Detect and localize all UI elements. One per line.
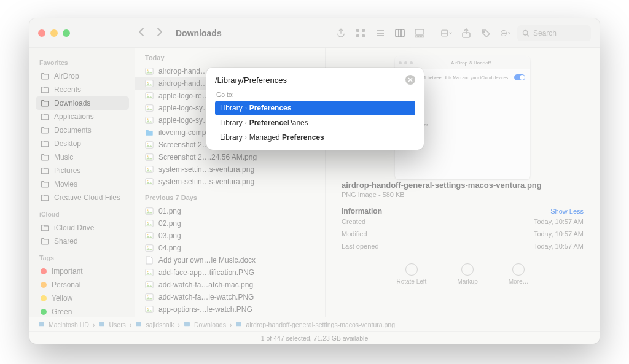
file-icon [145,116,154,125]
go-to-input[interactable] [215,76,399,85]
airdrop-icon[interactable] [335,28,346,39]
sidebar-tag[interactable]: Yellow [36,292,129,305]
info-row: Last openedToday, 10:57 AM [342,240,584,252]
file-icon [145,305,154,314]
file-icon [145,244,154,252]
goto-suggestion[interactable]: Library›Managed Preferences [215,130,415,145]
file-row[interactable]: add-watch-fa…le-watch.PNG [135,291,325,303]
close-window[interactable] [38,29,45,37]
chevron-right-icon: › [130,321,132,328]
sidebar-heading-icloud: iCloud [39,211,125,218]
preview-filename: airdrop-handoff-general-settings-macos-v… [342,180,584,190]
sidebar-item[interactable]: iCloud Drive [36,221,129,234]
tag-dot-icon [41,282,47,288]
svg-point-33 [147,118,148,120]
file-icon [145,104,154,112]
file-row[interactable]: system-settin…s-ventura.png [135,163,325,176]
rotate-left-button[interactable]: Rotate Left [396,263,426,285]
sidebar-item[interactable]: Applications [36,110,129,123]
file-row[interactable]: 02.png [135,217,325,230]
path-segment[interactable]: sajidshaik [146,321,174,328]
svg-point-22 [523,30,528,35]
svg-point-17 [483,31,485,33]
view-gallery[interactable] [414,28,425,39]
file-row[interactable]: Add your own…le Music.docx [135,254,325,266]
file-row[interactable]: 03.png [135,230,325,242]
file-icon [145,91,154,100]
sidebar-item[interactable]: Downloads [36,96,129,110]
sidebar-item[interactable]: Movies [36,177,129,191]
sidebar-item-label: Documents [54,126,92,134]
sidebar-item-label: iCloud Drive [54,223,94,232]
folder-icon [41,237,49,246]
zoom-window[interactable] [63,29,70,37]
file-row[interactable]: system-settin…s-ventura.png [135,176,325,188]
sidebar-item[interactable]: Documents [36,123,129,137]
svg-point-53 [147,271,148,272]
file-row[interactable]: 01.png [135,205,325,217]
file-name: add-watch-fa…atch-mac.png [158,281,253,289]
show-less-button[interactable]: Show Less [550,207,584,215]
file-row[interactable]: app-options-…le-watch.PNG [135,303,325,316]
view-columns[interactable] [394,28,405,39]
info-label: Modified [342,230,367,238]
file-name: add-face-app…tification.PNG [158,268,254,277]
sidebar-item-label: Applications [54,112,94,121]
file-icon [145,268,154,277]
clear-input-button[interactable] [405,75,415,85]
svg-point-27 [147,82,148,83]
tags-button[interactable] [480,28,491,39]
sidebar-item[interactable]: Pictures [36,164,129,177]
svg-point-45 [147,222,148,223]
view-list[interactable] [375,28,386,39]
svg-point-59 [147,308,148,309]
file-row[interactable]: add-watch-fa…atch-mac.png [135,279,325,291]
sidebar-item[interactable]: Recents [36,83,129,96]
file-name: add-watch-fa…le-watch.PNG [158,293,254,301]
share-button[interactable] [461,28,472,39]
sidebar-item[interactable]: Music [36,150,129,164]
goto-suggestion[interactable]: Library›Preferences [215,101,415,115]
sidebar-item[interactable]: AirDrop [36,69,129,83]
path-segment[interactable]: Downloads [194,321,226,328]
svg-point-57 [147,295,148,296]
sidebar-item-label: Creative Cloud Files [54,193,120,202]
forward-button[interactable] [156,27,163,39]
file-row[interactable]: Screenshot 2….24.56 AM.png [135,151,325,163]
file-row[interactable]: 04.png [135,242,325,254]
traffic-lights [38,29,70,37]
sidebar-item[interactable]: Desktop [36,137,129,150]
back-button[interactable] [138,27,145,39]
path-segment[interactable]: airdrop-handoff-general-settings-macos-v… [246,321,395,328]
search-field[interactable]: Search [517,25,591,41]
file-icon [145,79,154,88]
goto-suggestion[interactable]: Library›PreferencePanes [215,115,415,130]
svg-rect-28 [146,93,153,99]
path-bar[interactable]: Macintosh HD›Users›sajidshaik›Downloads›… [29,317,600,331]
path-segment[interactable]: Users [109,321,125,328]
file-row[interactable]: add-face-app…tification.PNG [135,266,325,279]
markup-button[interactable]: Markup [457,263,477,285]
sidebar-item[interactable]: Shared [36,234,129,248]
folder-icon [41,126,49,134]
svg-rect-44 [146,220,153,227]
more-actions-button[interactable]: More… [509,263,529,285]
svg-point-39 [147,168,148,169]
group-menu[interactable] [441,28,452,39]
minimize-window[interactable] [50,29,58,37]
sidebar-item-label: Yellow [52,294,72,303]
folder-icon [41,153,49,161]
sidebar-tag[interactable]: Personal [36,278,129,292]
action-menu[interactable] [500,28,511,39]
sidebar-item[interactable]: Creative Cloud Files [36,191,129,204]
sidebar-tag[interactable]: Green [36,305,129,317]
file-icon [145,141,154,149]
folder-icon [41,166,49,175]
svg-rect-3 [362,34,365,37]
path-segment[interactable]: Macintosh HD [49,321,89,328]
file-icon [145,207,154,215]
view-icons[interactable] [355,28,366,39]
sidebar-tag[interactable]: Important [36,265,129,278]
info-label: Created [342,218,365,225]
file-icon [145,219,154,228]
